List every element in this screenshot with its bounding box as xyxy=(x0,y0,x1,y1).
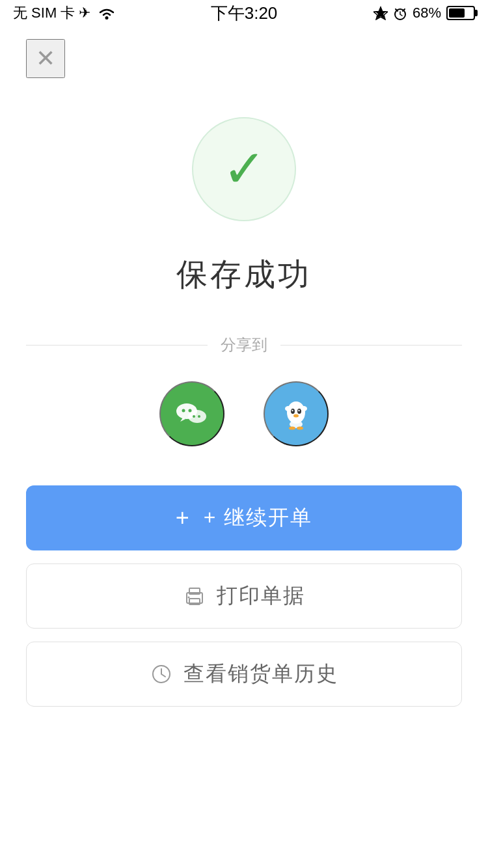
divider-left xyxy=(26,345,208,346)
battery-percent: 68% xyxy=(413,5,441,21)
history-icon xyxy=(150,662,173,686)
battery-icon xyxy=(446,6,475,20)
sim-status: 无 SIM 卡 ✈ xyxy=(13,3,90,23)
share-section: 分享到 xyxy=(26,334,462,446)
svg-point-6 xyxy=(193,415,195,418)
print-label: 打印单据 xyxy=(217,582,305,610)
divider-right xyxy=(280,345,462,346)
history-button[interactable]: 查看销货单历史 xyxy=(26,642,462,707)
qq-share-button[interactable] xyxy=(264,381,329,446)
svg-point-0 xyxy=(105,16,109,20)
status-left: 无 SIM 卡 ✈ xyxy=(13,3,116,23)
qq-icon xyxy=(277,394,316,433)
buttons-section: + + 继续开单 打印单据 查看销货单历史 xyxy=(26,485,462,707)
share-label: 分享到 xyxy=(221,334,267,355)
close-icon: ✕ xyxy=(36,45,55,72)
wifi-icon xyxy=(97,6,116,20)
svg-point-13 xyxy=(298,410,299,411)
share-icons-container xyxy=(26,381,462,446)
svg-point-16 xyxy=(301,406,307,411)
close-button[interactable]: ✕ xyxy=(26,39,65,78)
success-title: 保存成功 xyxy=(176,254,312,295)
continue-button[interactable]: + + 继续开单 xyxy=(26,485,462,550)
svg-point-5 xyxy=(189,409,192,413)
plus-icon: + xyxy=(176,504,191,532)
svg-point-18 xyxy=(289,427,295,430)
svg-point-14 xyxy=(293,414,299,418)
status-right: 68% xyxy=(373,5,475,21)
alarm-icon xyxy=(393,6,407,20)
wechat-icon xyxy=(172,394,211,433)
status-bar: 无 SIM 卡 ✈ 下午3:20 68% xyxy=(0,0,488,26)
share-divider: 分享到 xyxy=(26,334,462,355)
print-button[interactable]: 打印单据 xyxy=(26,563,462,629)
success-circle: ✓ xyxy=(192,117,296,221)
printer-icon xyxy=(183,584,206,608)
location-icon xyxy=(373,6,388,20)
svg-point-12 xyxy=(291,410,293,411)
svg-point-7 xyxy=(198,415,200,418)
svg-point-19 xyxy=(297,427,303,430)
wechat-share-button[interactable] xyxy=(159,381,224,446)
svg-point-15 xyxy=(285,406,291,411)
checkmark-icon: ✓ xyxy=(223,143,266,195)
continue-label: + 继续开单 xyxy=(204,504,313,532)
svg-point-4 xyxy=(182,409,185,413)
svg-point-23 xyxy=(188,597,190,599)
history-label: 查看销货单历史 xyxy=(183,660,338,688)
status-time: 下午3:20 xyxy=(211,2,278,25)
page-content: ✕ ✓ 保存成功 分享到 xyxy=(0,26,488,868)
